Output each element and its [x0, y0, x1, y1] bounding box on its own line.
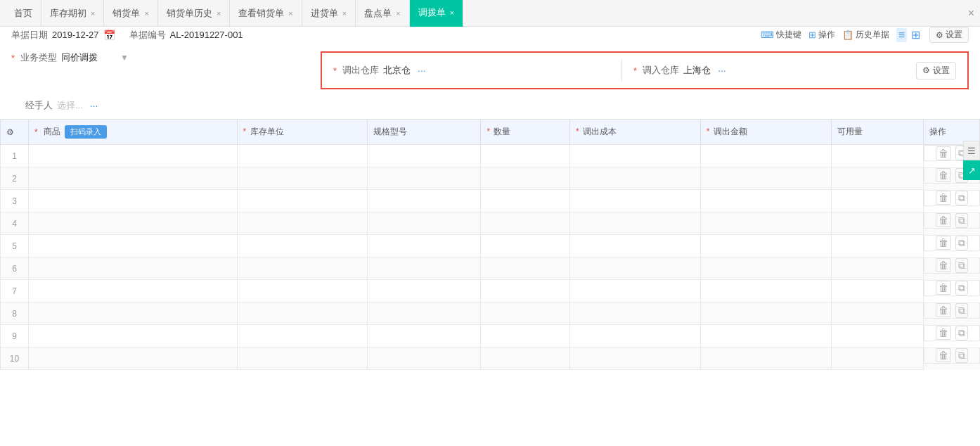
- table-cell[interactable]: [29, 190, 238, 212]
- table-cell[interactable]: [569, 302, 700, 325]
- tab-sales-order[interactable]: 销货单 ×: [104, 0, 157, 27]
- close-icon[interactable]: ×: [396, 9, 400, 18]
- table-cell[interactable]: [700, 167, 831, 190]
- table-cell[interactable]: [481, 325, 569, 348]
- copy-row-icon[interactable]: ⧉: [955, 213, 968, 228]
- transfer-out-more-icon[interactable]: ···: [415, 65, 429, 76]
- table-cell[interactable]: [368, 167, 481, 190]
- table-cell[interactable]: [481, 280, 569, 302]
- delete-row-icon[interactable]: 🗑: [936, 191, 951, 205]
- table-cell[interactable]: [700, 190, 831, 212]
- doc-date-value[interactable]: 2019-12-27: [52, 30, 99, 40]
- table-cell[interactable]: [368, 302, 481, 325]
- table-cell[interactable]: [237, 257, 368, 280]
- table-cell[interactable]: [700, 257, 831, 280]
- copy-row-icon[interactable]: ⧉: [955, 281, 968, 295]
- table-cell[interactable]: [237, 235, 368, 257]
- layout-list-icon[interactable]: ≡: [896, 28, 907, 42]
- close-icon[interactable]: ×: [288, 9, 292, 18]
- shortcut-btn[interactable]: ⌨ 快捷键: [761, 29, 801, 41]
- table-cell[interactable]: [237, 190, 368, 212]
- table-cell[interactable]: [831, 212, 923, 235]
- table-cell[interactable]: [700, 235, 831, 257]
- table-cell[interactable]: [237, 167, 368, 190]
- history-btn[interactable]: 📋 历史单据: [842, 29, 889, 41]
- delete-row-icon[interactable]: 🗑: [936, 258, 951, 272]
- table-cell[interactable]: [29, 280, 238, 302]
- table-cell[interactable]: [569, 235, 700, 257]
- table-cell[interactable]: [368, 212, 481, 235]
- window-close-button[interactable]: ×: [968, 7, 974, 20]
- tab-purchase-order[interactable]: 进货单 ×: [302, 0, 356, 27]
- table-cell[interactable]: [700, 348, 831, 370]
- table-cell[interactable]: [29, 235, 238, 257]
- copy-row-icon[interactable]: ⧉: [955, 303, 968, 318]
- table-cell[interactable]: [29, 348, 238, 370]
- table-cell[interactable]: [368, 190, 481, 212]
- tab-inventory-init[interactable]: 库存期初 ×: [41, 0, 104, 27]
- table-cell[interactable]: [569, 325, 700, 348]
- table-cell[interactable]: [29, 257, 238, 280]
- table-cell[interactable]: [237, 302, 368, 325]
- table-cell[interactable]: [481, 348, 569, 370]
- table-cell[interactable]: [831, 348, 923, 370]
- table-cell[interactable]: [368, 325, 481, 348]
- copy-row-icon[interactable]: ⧉: [955, 258, 968, 273]
- table-cell[interactable]: [368, 145, 481, 167]
- copy-row-icon[interactable]: ⧉: [955, 236, 968, 250]
- table-cell[interactable]: [237, 145, 368, 167]
- table-cell[interactable]: [569, 348, 700, 370]
- table-cell[interactable]: [569, 145, 700, 167]
- table-cell[interactable]: [481, 145, 569, 167]
- table-scroll[interactable]: ⚙ * 商品 扫码录入 * 库存单位 规格型号: [0, 119, 980, 370]
- table-cell[interactable]: [700, 302, 831, 325]
- tab-transfer[interactable]: 调拨单 ×: [410, 0, 463, 27]
- transfer-in-value[interactable]: 上海仓: [683, 64, 711, 77]
- table-cell[interactable]: [569, 190, 700, 212]
- transfer-in-more-icon[interactable]: ···: [715, 65, 729, 76]
- delete-row-icon[interactable]: 🗑: [936, 326, 951, 340]
- close-icon[interactable]: ×: [450, 8, 454, 17]
- table-cell[interactable]: [700, 212, 831, 235]
- table-cell[interactable]: [831, 167, 923, 190]
- table-cell[interactable]: [569, 212, 700, 235]
- delete-row-icon[interactable]: 🗑: [936, 236, 951, 250]
- table-cell[interactable]: [29, 325, 238, 348]
- table-cell[interactable]: [368, 235, 481, 257]
- table-cell[interactable]: [29, 167, 238, 190]
- scan-btn[interactable]: 扫码录入: [65, 125, 107, 139]
- table-cell[interactable]: [29, 145, 238, 167]
- tab-sales-history[interactable]: 销货单历史 ×: [158, 0, 230, 27]
- table-cell[interactable]: [831, 190, 923, 212]
- table-cell[interactable]: [29, 302, 238, 325]
- layout-grid-icon[interactable]: ⊞: [909, 27, 922, 42]
- table-cell[interactable]: [29, 212, 238, 235]
- table-cell[interactable]: [368, 280, 481, 302]
- handler-more-icon[interactable]: ···: [87, 100, 101, 111]
- table-cell[interactable]: [481, 167, 569, 190]
- business-type-select[interactable]: 同价调拨 ▼: [61, 51, 129, 64]
- delete-row-icon[interactable]: 🗑: [936, 213, 951, 227]
- operation-btn[interactable]: ⊞ 操作: [808, 29, 835, 41]
- table-cell[interactable]: [237, 212, 368, 235]
- table-cell[interactable]: [831, 302, 923, 325]
- table-cell[interactable]: [481, 235, 569, 257]
- calendar-icon[interactable]: 📅: [103, 30, 115, 41]
- table-cell[interactable]: [831, 280, 923, 302]
- close-icon[interactable]: ×: [91, 9, 95, 18]
- table-cell[interactable]: [700, 280, 831, 302]
- close-icon[interactable]: ×: [144, 9, 148, 18]
- layout-toggle[interactable]: ≡ ⊞: [896, 27, 922, 42]
- transfer-out-value[interactable]: 北京仓: [383, 64, 411, 77]
- delete-row-icon[interactable]: 🗑: [936, 146, 951, 160]
- table-cell[interactable]: [481, 302, 569, 325]
- box-settings-btn[interactable]: ⚙ 设置: [916, 62, 956, 79]
- right-panel-export-btn[interactable]: ↗: [963, 160, 980, 180]
- table-cell[interactable]: [569, 257, 700, 280]
- close-icon[interactable]: ×: [342, 9, 347, 18]
- delete-row-icon[interactable]: 🗑: [936, 348, 951, 362]
- table-cell[interactable]: [569, 167, 700, 190]
- handler-value[interactable]: 选择...: [57, 99, 83, 112]
- delete-row-icon[interactable]: 🗑: [936, 303, 951, 317]
- table-cell[interactable]: [368, 348, 481, 370]
